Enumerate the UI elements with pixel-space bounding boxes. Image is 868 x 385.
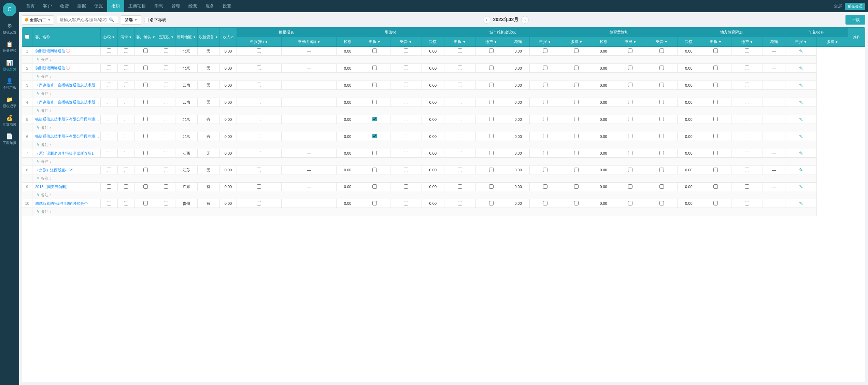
customer-confirm-checkbox[interactable] [143, 168, 148, 172]
city-declare-checkbox[interactable] [458, 168, 462, 172]
edu-pay-cell[interactable] [561, 132, 592, 141]
edu-pay-checkbox[interactable] [574, 168, 579, 172]
stamp-pay-cell[interactable] [731, 115, 763, 124]
nav-settings[interactable]: 设置 [218, 0, 236, 12]
stamp-pay-cell[interactable] [731, 81, 763, 90]
customer-confirm-checkbox[interactable] [143, 83, 148, 87]
clear-card-checkbox[interactable] [124, 134, 128, 138]
local-declare-cell[interactable] [615, 81, 646, 90]
tax-paid-checkbox[interactable] [164, 83, 168, 87]
city-pay-checkbox[interactable] [489, 168, 494, 172]
city-declare-checkbox[interactable] [458, 83, 462, 87]
stamp-declare-cell[interactable] [700, 115, 731, 124]
stamp-pay-cell[interactable] [731, 199, 763, 208]
tax-paid-cell[interactable] [157, 149, 175, 158]
vat-pay-checkbox[interactable] [404, 100, 408, 104]
clear-card-checkbox[interactable] [124, 100, 128, 104]
vat-declare-checkbox[interactable] [372, 83, 377, 87]
stamp-pay-checkbox[interactable] [745, 168, 749, 172]
stamp-pay-cell[interactable] [731, 149, 763, 158]
city-pay-checkbox[interactable] [489, 117, 494, 121]
vat-declare-cell[interactable] [359, 149, 390, 158]
nav-business[interactable]: 工商项目 [124, 0, 150, 12]
copy-tax-cell[interactable] [101, 149, 118, 158]
stamp-pay-cell[interactable] [731, 166, 763, 174]
local-pay-cell[interactable] [646, 81, 678, 90]
local-pay-cell[interactable] [646, 166, 678, 174]
city-declare-cell[interactable] [444, 64, 475, 73]
stamp-declare-cell[interactable] [700, 149, 731, 158]
edit-cell[interactable]: ✎ [785, 166, 817, 174]
customer-name-cell[interactable]: （勿删）江西股宝-LSS [32, 166, 101, 174]
city-pay-checkbox[interactable] [489, 151, 494, 155]
edu-pay-cell[interactable] [561, 115, 592, 124]
stamp-pay-cell[interactable] [731, 132, 763, 141]
edit-icon[interactable]: ✎ [799, 201, 803, 206]
stamp-declare-checkbox[interactable] [713, 117, 718, 121]
fin-annual-checkbox[interactable] [257, 83, 261, 87]
tax-paid-cell[interactable] [157, 132, 175, 141]
city-declare-checkbox[interactable] [458, 100, 462, 104]
clear-card-cell[interactable] [118, 64, 135, 73]
local-declare-cell[interactable] [615, 149, 646, 158]
copy-tax-cell[interactable] [101, 81, 118, 90]
local-declare-checkbox[interactable] [628, 117, 632, 121]
edit-cell[interactable]: ✎ [785, 64, 817, 73]
fin-annual-cell[interactable] [237, 115, 281, 124]
customer-name-cell[interactable]: 畅捷通信息技术股份有限公司民珠测试ⓘ [32, 115, 101, 124]
city-pay-cell[interactable] [475, 149, 507, 158]
clear-card-cell[interactable] [118, 81, 135, 90]
vat-pay-cell[interactable] [390, 132, 422, 141]
tax-paid-checkbox[interactable] [164, 201, 168, 205]
local-pay-cell[interactable] [646, 47, 678, 56]
vat-declare-cell[interactable] [359, 183, 390, 191]
stamp-declare-cell[interactable] [700, 132, 731, 141]
vat-pay-cell[interactable] [390, 166, 422, 174]
edu-pay-cell[interactable] [561, 166, 592, 174]
vat-declare-cell[interactable] [359, 132, 390, 141]
city-declare-checkbox[interactable] [458, 48, 462, 53]
city-declare-cell[interactable] [444, 81, 475, 90]
edu-declare-cell[interactable] [529, 166, 561, 174]
nav-message[interactable]: 消息 [150, 0, 167, 12]
edit-icon[interactable]: ✎ [799, 184, 803, 189]
local-pay-cell[interactable] [646, 183, 678, 191]
tax-paid-cell[interactable] [157, 47, 175, 56]
copy-tax-checkbox[interactable] [107, 66, 111, 70]
city-pay-checkbox[interactable] [489, 201, 494, 205]
stamp-declare-checkbox[interactable] [713, 100, 718, 104]
local-declare-cell[interactable] [615, 132, 646, 141]
city-pay-checkbox[interactable] [489, 83, 494, 87]
local-pay-cell[interactable] [646, 64, 678, 73]
vat-declare-checkbox[interactable] [372, 151, 377, 155]
local-declare-cell[interactable] [615, 166, 646, 174]
edit-cell[interactable]: ✎ [785, 81, 817, 90]
edu-pay-cell[interactable] [561, 149, 592, 158]
vat-pay-checkbox[interactable] [404, 117, 408, 121]
clear-card-checkbox[interactable] [124, 83, 128, 87]
fin-annual-checkbox[interactable] [257, 168, 261, 172]
customer-confirm-cell[interactable] [135, 98, 157, 107]
edu-declare-cell[interactable] [529, 132, 561, 141]
nav-customer[interactable]: 客户 [39, 0, 56, 12]
fullscreen-btn[interactable]: 全屏 [834, 3, 842, 9]
city-pay-cell[interactable] [475, 199, 507, 208]
named-tables-checkbox[interactable] [144, 18, 148, 22]
stamp-pay-checkbox[interactable] [745, 151, 749, 155]
city-pay-cell[interactable] [475, 47, 507, 56]
stamp-declare-cell[interactable] [700, 98, 731, 107]
customer-confirm-cell[interactable] [135, 149, 157, 158]
tax-paid-cell[interactable] [157, 115, 175, 124]
copy-tax-checkbox[interactable] [107, 48, 111, 53]
edu-pay-checkbox[interactable] [574, 134, 579, 138]
customer-confirm-checkbox[interactable] [143, 48, 148, 53]
customer-confirm-cell[interactable] [135, 64, 157, 73]
customer-confirm-checkbox[interactable] [143, 201, 148, 205]
edit-cell[interactable]: ✎ [785, 183, 817, 191]
vat-declare-cell[interactable] [359, 199, 390, 208]
customer-confirm-cell[interactable] [135, 183, 157, 191]
city-pay-cell[interactable] [475, 132, 507, 141]
customer-confirm-checkbox[interactable] [143, 151, 148, 155]
edu-declare-cell[interactable] [529, 98, 561, 107]
local-declare-checkbox[interactable] [628, 184, 632, 189]
